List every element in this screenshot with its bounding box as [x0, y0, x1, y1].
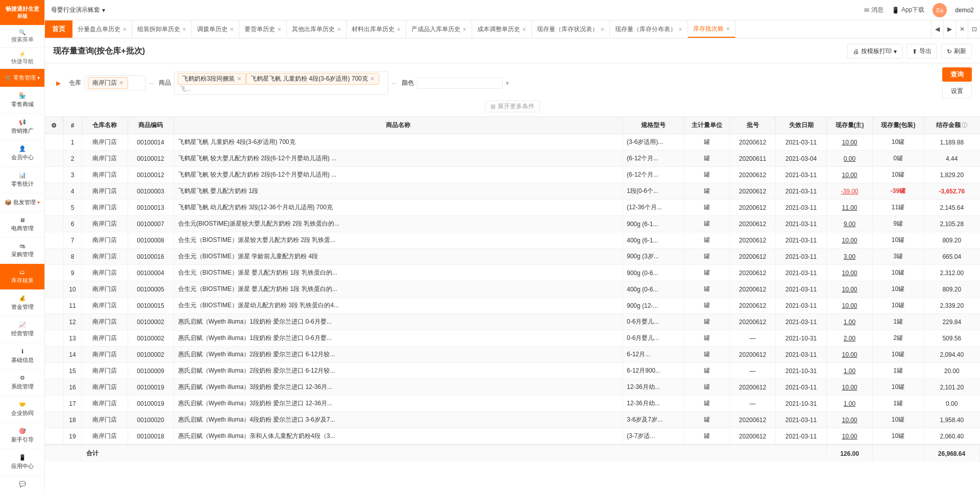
search-button[interactable]: 查询 — [942, 67, 972, 82]
warehouse-filter-label: 仓库 — [69, 79, 81, 87]
cell-stock-main[interactable]: 1.00 — [827, 396, 873, 412]
warehouse-tag-remove[interactable]: ✕ — [119, 80, 124, 86]
cell-stock-main[interactable]: 10.00 — [827, 347, 873, 363]
sidebar-item-member[interactable]: 👤 会员中心 — [0, 140, 44, 167]
balance-info-icon[interactable]: ⓘ — [962, 121, 967, 129]
tab-ku-cun-fen-bu[interactable]: 现存量（库存分布表） ✕ — [610, 20, 688, 38]
table-area: ⚙ # 仓库名称 商品编码 商品名称 规格型号 主计量单位 批号 失效日期 现存… — [45, 117, 980, 490]
sidebar-item-ops[interactable]: 📈 经营管理 — [0, 316, 44, 343]
cell-stock-main[interactable]: 10.00 — [827, 379, 873, 396]
cell-stock-main[interactable]: 10.00 — [827, 298, 873, 314]
cell-stock-main[interactable]: 1.00 — [827, 363, 873, 379]
tab-tiao-bo[interactable]: 调拨单历史 ✕ — [192, 20, 239, 38]
tab-ku-cun-pi-ci[interactable]: 库存批次账 ✕ — [688, 20, 736, 38]
sidebar-item-inventory[interactable]: 🗂 库存核算 — [0, 264, 44, 290]
avatar[interactable]: Ea — [933, 3, 947, 17]
tab-chan-pin-ru[interactable]: 产成品入库单历史 ✕ — [406, 20, 472, 38]
tab-qi-ta-chu-close[interactable]: ✕ — [337, 27, 341, 32]
tab-zu-chai[interactable]: 组装拆卸单历史 ✕ — [132, 20, 192, 38]
cell-stock-main[interactable]: 2.00 — [827, 330, 873, 347]
sidebar-item-wechat[interactable]: 💬 企业微信 — [0, 476, 44, 490]
message-btn[interactable]: ✉ 消息 — [864, 6, 884, 14]
cell-stock-main[interactable]: 10.00 — [827, 134, 873, 151]
tab-ku-cun-ku-cun-close[interactable]: ✕ — [600, 27, 604, 32]
sidebar-item-ecom[interactable]: 🖥 电商管理 — [0, 212, 44, 238]
tab-ku-cun-ku-cun[interactable]: 现存量（库存状况表） ✕ — [532, 20, 610, 38]
cell-stock-main[interactable]: 10.00 — [827, 428, 873, 445]
cell-stock-main[interactable]: 0.00 — [827, 151, 873, 167]
tab-fen-pan-close[interactable]: ✕ — [122, 27, 127, 32]
color-filter-group: 颜色 ▾ — [402, 78, 509, 89]
warehouse-tag[interactable]: 南岸门店 ✕ — [88, 77, 128, 89]
cell-batch: 20200612 — [730, 347, 776, 363]
tab-qi-ta-chu[interactable]: 其他出库单历史 ✕ — [287, 20, 347, 38]
sidebar-item-base[interactable]: ℹ 基础信息 — [0, 343, 44, 370]
sidebar-item-mall[interactable]: 🏪 零售商城 — [0, 87, 44, 114]
sidebar-item-search[interactable]: 🔍 搜索英单 — [0, 25, 44, 48]
template-print-button[interactable]: 🖨 按模板打印 ▾ — [847, 44, 902, 59]
tab-cai-liao-chu[interactable]: 材料出库单历史 ✕ — [347, 20, 406, 38]
tab-fen-pan[interactable]: 分量盘点单历史 ✕ — [72, 20, 132, 38]
warehouse-ellipsis[interactable]: ··· — [149, 80, 154, 87]
product-tag-input[interactable]: 飞鹤奶粉3段同捆装 ✕ 飞鹤星飞帆 儿童奶粉 4段(3-6岁适用) 700克 ✕… — [174, 71, 388, 95]
expand-more-button[interactable]: ⊞ 展开更多条件 — [485, 101, 540, 112]
tab-chan-pin-ru-close[interactable]: ✕ — [462, 27, 467, 32]
cell-stock-main[interactable]: 10.00 — [827, 167, 873, 183]
sidebar-item-guide[interactable]: 🎯 新手引导 — [0, 423, 44, 449]
tab-cheng-ben-tiao[interactable]: 成本调整单历史 ✕ — [472, 20, 532, 38]
export-button[interactable]: ⬆ 导出 — [906, 44, 937, 59]
cell-stock-main[interactable]: 9.00 — [827, 216, 873, 232]
th-settings[interactable]: ⚙ — [45, 117, 63, 134]
color-dropdown-icon[interactable]: ▾ — [506, 80, 509, 87]
sidebar-item-purchase[interactable]: 🛍 采购管理 — [0, 238, 44, 264]
filter-expand-button[interactable]: ▶ — [53, 76, 64, 90]
product-tag-1-remove[interactable]: ✕ — [237, 76, 241, 82]
cell-spec: 1段(0-6个... — [623, 183, 684, 200]
color-input[interactable] — [417, 78, 503, 89]
sidebar-item-retail-stat[interactable]: 📊 零售统计 — [0, 167, 44, 193]
tab-prev-btn[interactable]: ◀ — [931, 20, 943, 38]
sidebar-item-apps[interactable]: 📱 应用中心 — [0, 449, 44, 476]
product-tag-2[interactable]: 飞鹤星飞帆 儿童奶粉 4段(3-6岁适用) 700克 ✕ — [246, 73, 379, 85]
cell-warehouse: 南岸门店 — [82, 314, 128, 330]
cell-stock-main[interactable]: 10.00 — [827, 412, 873, 428]
table-row: 18 南岸门店 00100020 惠氏启赋（Wyeth illuma）4段奶粉 … — [45, 412, 980, 428]
sidebar-item-marketing[interactable]: 📢 营销推广 — [0, 114, 44, 140]
refresh-button[interactable]: ↻ 刷新 — [941, 44, 972, 59]
tab-next-btn[interactable]: ▶ — [943, 20, 955, 38]
cell-stock-main[interactable]: 3.00 — [827, 249, 873, 265]
tab-close-btn[interactable]: ✕ — [955, 20, 968, 38]
cell-stock-main[interactable]: 10.00 — [827, 281, 873, 298]
sidebar-item-wholesale[interactable]: 📦 批发管理 ▾ — [0, 193, 44, 212]
sidebar-item-retail[interactable]: 🛒 零售管理 ▾ — [0, 69, 44, 87]
sidebar-item-finance[interactable]: 💰 资金管理 — [0, 290, 44, 316]
product-tag-more[interactable]: 飞... — [180, 85, 191, 93]
cell-stock-main[interactable]: 10.00 — [827, 232, 873, 249]
app-download-btn[interactable]: 📱 App下载 — [892, 6, 924, 14]
sidebar-item-sys[interactable]: ⚙ 系统管理 — [0, 370, 44, 396]
product-tag-2-remove[interactable]: ✕ — [370, 76, 375, 82]
sidebar-item-quick-nav[interactable]: ⚡ 快捷导航 — [0, 48, 44, 69]
cell-spec: 900g (3岁... — [623, 249, 684, 265]
tab-cheng-ben-tiao-close[interactable]: ✕ — [522, 27, 526, 32]
tab-ku-cun-fen-bu-close[interactable]: ✕ — [678, 27, 682, 32]
tab-ku-cun-pi-ci-close[interactable]: ✕ — [726, 26, 730, 32]
warehouse-tag-input[interactable]: 南岸门店 ✕ — [84, 76, 145, 90]
tab-yao-huo-close[interactable]: ✕ — [277, 27, 281, 32]
tab-home[interactable]: 首页 — [45, 20, 72, 38]
tab-cai-liao-chu-close[interactable]: ✕ — [397, 27, 401, 32]
cell-stock-main[interactable]: 1.00 — [827, 314, 873, 330]
company-selector[interactable]: 母婴行业演示账套 ▾ — [51, 6, 105, 14]
tab-tiao-bo-close[interactable]: ✕ — [230, 27, 234, 32]
product-ellipsis[interactable]: ··· — [391, 80, 397, 87]
cell-stock-main[interactable]: -39.00 — [827, 183, 873, 200]
tab-menu-btn[interactable]: ⊡ — [968, 20, 980, 38]
sidebar-item-corp[interactable]: 🤝 企业协同 — [0, 396, 44, 423]
cell-stock-main[interactable]: 11.00 — [827, 200, 873, 216]
settings-button[interactable]: 设置 — [942, 84, 972, 99]
product-tag-1[interactable]: 飞鹤奶粉3段同捆装 ✕ — [178, 73, 246, 85]
tab-zu-chai-close[interactable]: ✕ — [182, 27, 186, 32]
tab-yao-huo[interactable]: 要货单历史 ✕ — [239, 20, 287, 38]
column-settings-icon[interactable]: ⚙ — [51, 122, 57, 129]
cell-stock-main[interactable]: 10.00 — [827, 265, 873, 281]
